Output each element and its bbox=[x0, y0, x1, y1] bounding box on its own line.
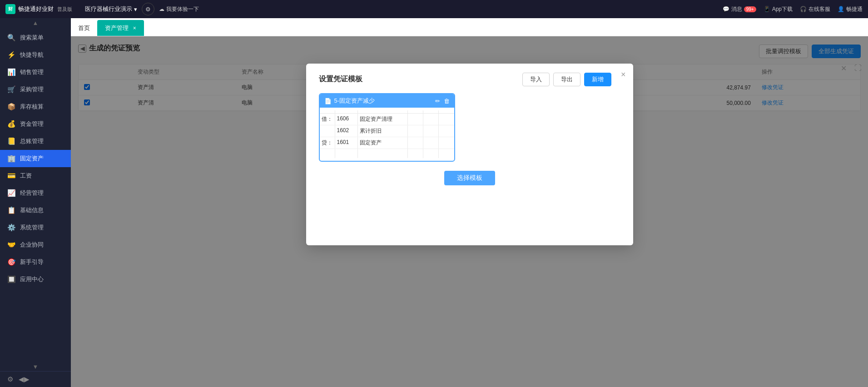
maximize-window-btn[interactable]: ⛶ bbox=[852, 62, 864, 74]
message-icon: 💬 bbox=[723, 6, 729, 12]
inventory-icon: 📦 bbox=[7, 103, 15, 111]
row2-dir bbox=[320, 125, 335, 137]
template-edit-icon[interactable]: ✏ bbox=[435, 98, 440, 104]
purchase-icon: 🛒 bbox=[7, 85, 15, 94]
guide-icon: 🎯 bbox=[7, 258, 15, 266]
operations-icon: 📈 bbox=[7, 189, 15, 197]
settings-bottom-icon[interactable]: ⚙ bbox=[7, 375, 13, 383]
sidebar-nav: 🔍 搜索菜单 ⚡ 快捷导航 📊 销售管理 🛒 采购管理 📦 库存核算 bbox=[0, 27, 71, 362]
template-card-header: 📄 5-固定资产减少 ✏ 🗑 bbox=[320, 94, 454, 108]
row1-account: 固定资产清理 bbox=[358, 114, 408, 125]
template-header-actions: ✏ 🗑 bbox=[435, 98, 450, 104]
grid-col-d2 bbox=[423, 110, 439, 113]
app-logo: 财 畅捷通好业财 bbox=[5, 4, 54, 14]
empty-c0 bbox=[320, 149, 335, 158]
sidebar-label-operations: 经营管理 bbox=[20, 189, 44, 197]
grid-col-account bbox=[358, 110, 408, 113]
top-bar: 财 畅捷通好业财 普及版 医疗器械行业演示 ▾ ⚙ ☁ 我要体验一下 💬 消息 … bbox=[0, 0, 868, 18]
tab-home[interactable]: 首页 bbox=[71, 20, 97, 36]
online-service-label: 在线客服 bbox=[808, 5, 830, 13]
base-info-icon: 📋 bbox=[7, 206, 15, 214]
sidebar-label-guide: 新手引导 bbox=[20, 258, 44, 266]
settings-icon-btn[interactable]: ⚙ bbox=[142, 3, 154, 15]
row2-c2 bbox=[423, 125, 439, 137]
row3-code: 1601 bbox=[335, 137, 358, 149]
sidebar-item-capital[interactable]: 💰 资金管理 bbox=[0, 115, 71, 133]
empty-c4 bbox=[423, 149, 439, 158]
sidebar-label-fixed-assets: 固定资产 bbox=[20, 154, 44, 163]
modal-backdrop[interactable]: 设置凭证模板 × 导入 导出 新增 📄 5-固定 bbox=[71, 36, 868, 387]
template-row-1: 借： 1606 固定资产清理 bbox=[320, 114, 454, 125]
sales-icon: 📊 bbox=[7, 68, 15, 76]
sidebar-scroll-down[interactable]: ▼ bbox=[0, 362, 71, 371]
search-icon: 🔍 bbox=[7, 34, 15, 42]
sidebar-label-payroll: 工资 bbox=[20, 172, 32, 180]
grid-col-d1 bbox=[408, 110, 423, 113]
sidebar-label-sales: 销售管理 bbox=[20, 68, 44, 76]
company-selector[interactable]: 医疗器械行业演示 ▾ bbox=[85, 5, 137, 13]
message-label: 消息 bbox=[731, 5, 742, 13]
row2-c1 bbox=[408, 125, 423, 137]
tab-bar: 首页 资产管理 × bbox=[71, 18, 868, 36]
sidebar-item-payroll[interactable]: 💳 工资 bbox=[0, 167, 71, 184]
sidebar-item-sales[interactable]: 📊 销售管理 bbox=[0, 64, 71, 81]
row2-account: 累计折旧 bbox=[358, 125, 408, 137]
dropdown-icon: ▾ bbox=[134, 6, 137, 13]
new-btn[interactable]: 新增 bbox=[584, 73, 611, 86]
sidebar-item-fixed-assets[interactable]: 🏢 固定资产 bbox=[0, 150, 71, 167]
template-header-left: 📄 5-固定资产减少 bbox=[324, 97, 375, 105]
window-controls: ✕ ⛶ bbox=[833, 62, 868, 74]
experience-btn[interactable]: ☁ 我要体验一下 bbox=[159, 5, 199, 13]
avatar-icon: 👤 bbox=[838, 6, 844, 12]
template-row-empty bbox=[320, 149, 454, 158]
app-center-icon: 🔲 bbox=[7, 275, 15, 283]
sidebar-item-inventory[interactable]: 📦 库存核算 bbox=[0, 98, 71, 115]
row1-code: 1606 bbox=[335, 114, 358, 125]
row1-dir: 借： bbox=[320, 114, 335, 125]
ledger-icon: 📒 bbox=[7, 137, 15, 145]
close-window-btn[interactable]: ✕ bbox=[837, 62, 850, 74]
sidebar-item-base-info[interactable]: 📋 基础信息 bbox=[0, 202, 71, 219]
sidebar-item-operations[interactable]: 📈 经营管理 bbox=[0, 184, 71, 202]
sidebar-label-base-info: 基础信息 bbox=[20, 206, 44, 214]
sidebar-item-app-center[interactable]: 🔲 应用中心 bbox=[0, 271, 71, 288]
sidebar-item-purchase[interactable]: 🛒 采购管理 bbox=[0, 81, 71, 98]
lightning-icon: ⚡ bbox=[7, 51, 15, 59]
tab-asset-mgmt[interactable]: 资产管理 × bbox=[97, 20, 144, 36]
logo-icon: 财 bbox=[5, 4, 15, 14]
app-name: 畅捷通好业财 bbox=[18, 5, 54, 13]
export-btn[interactable]: 导出 bbox=[553, 73, 580, 86]
cloud-icon: ☁ bbox=[159, 6, 164, 12]
sidebar-label-purchase: 采购管理 bbox=[20, 85, 44, 94]
sidebar-item-enterprise[interactable]: 🤝 企业协同 bbox=[0, 236, 71, 253]
online-service-btn[interactable]: 🎧 在线客服 bbox=[800, 5, 830, 13]
page-area: 首页 资产管理 × ◀ 生成的凭证预览 批 bbox=[71, 18, 868, 387]
modal-close-btn[interactable]: × bbox=[621, 70, 626, 79]
template-delete-icon[interactable]: 🗑 bbox=[444, 98, 450, 104]
top-bar-right: 💬 消息 99+ 📱 App下载 🎧 在线客服 👤 畅捷通 bbox=[723, 5, 863, 13]
row1-c3 bbox=[439, 114, 454, 125]
import-btn[interactable]: 导入 bbox=[522, 73, 550, 86]
capital-icon: 💰 bbox=[7, 120, 15, 128]
sidebar-item-search[interactable]: 🔍 搜索菜单 bbox=[0, 29, 71, 46]
modal-toolbar: 导入 导出 新增 bbox=[522, 73, 611, 86]
select-template-btn[interactable]: 选择模板 bbox=[444, 171, 495, 185]
message-btn[interactable]: 💬 消息 99+ bbox=[723, 5, 756, 13]
tab-close-icon[interactable]: × bbox=[133, 25, 136, 31]
sidebar-item-quick-nav[interactable]: ⚡ 快捷导航 bbox=[0, 46, 71, 64]
row3-account: 固定资产 bbox=[358, 137, 408, 149]
sidebar-item-ledger[interactable]: 📒 总账管理 bbox=[0, 133, 71, 150]
row1-c1 bbox=[408, 114, 423, 125]
sidebar-item-guide[interactable]: 🎯 新手引导 bbox=[0, 253, 71, 271]
message-badge: 99+ bbox=[744, 6, 756, 12]
app-download-btn[interactable]: 📱 App下载 bbox=[764, 5, 793, 13]
modal-set-voucher-template: 设置凭证模板 × 导入 导出 新增 📄 5-固定 bbox=[306, 64, 633, 245]
sidebar-item-system[interactable]: ⚙️ 系统管理 bbox=[0, 219, 71, 236]
template-number-name: 5-固定资产减少 bbox=[334, 97, 375, 105]
sidebar-label-enterprise: 企业协同 bbox=[20, 241, 44, 249]
collapse-icon[interactable]: ◀▶ bbox=[19, 375, 30, 383]
sidebar-bottom: ⚙ ◀▶ bbox=[0, 371, 71, 387]
user-avatar[interactable]: 👤 畅捷通 bbox=[838, 5, 863, 13]
tab-asset-mgmt-label: 资产管理 bbox=[105, 25, 129, 31]
sidebar-scroll-up[interactable]: ▲ bbox=[0, 18, 71, 27]
